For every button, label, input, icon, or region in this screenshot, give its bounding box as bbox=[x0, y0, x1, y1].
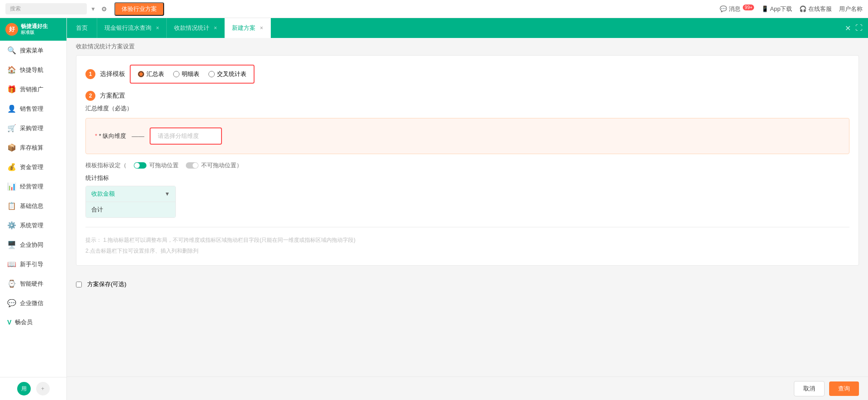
app-download-item[interactable]: 📱 App下载 bbox=[761, 5, 792, 13]
sidebar-item-finance[interactable]: 💰 资金管理 bbox=[0, 157, 66, 177]
sidebar-item-inventory[interactable]: 📦 库存核算 bbox=[0, 138, 66, 157]
tab-bank-flow[interactable]: 现金银行流水查询 × bbox=[97, 18, 167, 38]
dropdown-arrow-icon[interactable]: ▼ bbox=[90, 6, 96, 12]
radio-group-template: 汇总表 明细表 交叉统计表 bbox=[138, 70, 246, 78]
sidebar-item-sales[interactable]: 👤 销售管理 bbox=[0, 99, 66, 118]
sidebar-item-wechat[interactable]: 💬 企业微信 bbox=[0, 293, 66, 313]
sidebar-item-basic-info[interactable]: 📋 基础信息 bbox=[0, 196, 66, 216]
chevron-down-icon: ▼ bbox=[165, 191, 170, 197]
cancel-button[interactable]: 取消 bbox=[794, 381, 825, 396]
tab-close-receipt-stats[interactable]: × bbox=[214, 25, 217, 31]
radio-detail-input[interactable] bbox=[173, 71, 179, 77]
hint-2: 2.点击标题栏下拉可设置排序、插入列和删除列 bbox=[85, 245, 849, 256]
draggable-toggle-switch[interactable] bbox=[134, 162, 146, 169]
sidebar-item-marketing[interactable]: 🎁 营销推广 bbox=[0, 80, 66, 99]
sidebar-item-purchase[interactable]: 🛒 采购管理 bbox=[0, 118, 66, 138]
required-mark: * bbox=[95, 132, 99, 139]
radio-detail[interactable]: 明细表 bbox=[173, 70, 199, 78]
save-section: 方案保存(可选) bbox=[67, 275, 868, 294]
non-draggable-knob bbox=[193, 163, 198, 168]
sidebar-extra-icon[interactable]: + bbox=[36, 382, 50, 395]
sidebar-item-member[interactable]: V 畅会员 bbox=[0, 313, 66, 332]
metrics-setting-label: 模板指标设定（ bbox=[85, 161, 127, 169]
settings-icon[interactable]: ⚙ bbox=[101, 5, 107, 13]
content-area: 首页 现金银行流水查询 × 收款情况统计 × 新建方案 × ✕ ⛶ 收款情况统计… bbox=[67, 18, 868, 400]
sidebar-item-system[interactable]: ⚙️ 系统管理 bbox=[0, 216, 66, 235]
stats-label: 统计指标 bbox=[85, 174, 849, 182]
hint-1: 提示： 1.拖动标题栏可以调整布局，不可跨维度或指标区域拖动栏目字段(只能在同一… bbox=[85, 235, 849, 245]
sales-icon: 👤 bbox=[7, 104, 16, 113]
sidebar-item-guide[interactable]: 📖 新手引导 bbox=[0, 254, 66, 274]
tab-bar: 首页 现金银行流水查询 × 收款情况统计 × 新建方案 × ✕ ⛶ bbox=[67, 18, 868, 38]
user-avatar[interactable]: 用 bbox=[17, 382, 31, 395]
trial-button[interactable]: 体验行业方案 bbox=[114, 2, 164, 16]
metrics-table: 收款金额 ▼ 合计 bbox=[85, 186, 176, 218]
radio-summary[interactable]: 汇总表 bbox=[138, 70, 164, 78]
step2-number: 2 bbox=[85, 91, 95, 101]
metrics-label-row: 模板指标设定（ 可拖动位置 不可拖动位置） bbox=[85, 161, 849, 169]
search-bar[interactable]: 搜索 bbox=[5, 3, 87, 14]
sidebar-item-enterprise[interactable]: 🖥️ 企业协同 bbox=[0, 235, 66, 254]
sidebar-item-search-menu[interactable]: 🔍 搜索菜单 bbox=[0, 41, 66, 60]
sidebar-item-operations[interactable]: 📊 经营管理 bbox=[0, 177, 66, 196]
save-label: 方案保存(可选) bbox=[87, 280, 127, 288]
metrics-table-header[interactable]: 收款金额 ▼ bbox=[86, 186, 175, 202]
tab-close-bank-flow[interactable]: × bbox=[156, 25, 159, 31]
tab-receipt-stats[interactable]: 收款情况统计 × bbox=[167, 18, 225, 38]
search-menu-icon: 🔍 bbox=[7, 46, 16, 55]
toggle-knob bbox=[134, 163, 140, 168]
quick-nav-icon: 🏠 bbox=[7, 66, 16, 74]
logo-sub: 标准版 bbox=[21, 29, 48, 36]
operations-icon: 📊 bbox=[7, 182, 16, 191]
tab-new-plan[interactable]: 新建方案 × bbox=[225, 18, 271, 38]
sidebar-item-quick-nav[interactable]: 🏠 快捷导航 bbox=[0, 60, 66, 80]
finance-icon: 💰 bbox=[7, 163, 16, 171]
non-draggable-toggle[interactable]: 不可拖动位置） bbox=[186, 161, 242, 169]
online-support-item[interactable]: 🎧 在线客服 bbox=[799, 5, 832, 13]
basic-info-icon: 📋 bbox=[7, 202, 16, 210]
breadcrumb: 收款情况统计方案设置 bbox=[67, 38, 868, 55]
main-layout: 好 畅捷通好生 标准版 🔍 搜索菜单 🏠 快捷导航 🎁 营销推广 👤 销售管理 … bbox=[0, 18, 868, 400]
tab-home[interactable]: 首页 bbox=[67, 18, 97, 38]
dimension-area: * * 纵向维度 —— 请选择分组维度 bbox=[85, 118, 849, 154]
message-badge: 99+ bbox=[743, 5, 754, 10]
guide-icon: 📖 bbox=[7, 260, 16, 268]
purchase-icon: 🛒 bbox=[7, 124, 16, 132]
metrics-table-row: 合计 bbox=[86, 202, 175, 217]
sidebar: 好 畅捷通好生 标准版 🔍 搜索菜单 🏠 快捷导航 🎁 营销推广 👤 销售管理 … bbox=[0, 18, 67, 400]
save-checkbox[interactable] bbox=[76, 282, 82, 287]
step1-title: 选择模板 bbox=[100, 70, 125, 78]
radio-cross[interactable]: 交叉统计表 bbox=[208, 70, 246, 78]
draggable-label: 可拖动位置 bbox=[149, 161, 179, 169]
query-button[interactable]: 查询 bbox=[829, 381, 859, 396]
step2-title: 方案配置 bbox=[100, 92, 125, 100]
draggable-toggle[interactable]: 可拖动位置 bbox=[134, 161, 179, 169]
member-icon: V bbox=[7, 319, 11, 326]
message-item[interactable]: 💬 消息 99+ bbox=[720, 5, 754, 13]
step2-header: 2 方案配置 bbox=[85, 91, 849, 101]
tab-right-controls: ✕ ⛶ bbox=[840, 18, 868, 38]
logo-text: 畅捷通好生 bbox=[21, 23, 48, 29]
non-draggable-toggle-switch[interactable] bbox=[186, 162, 198, 169]
tab-close-icon[interactable]: ✕ bbox=[845, 24, 851, 33]
tab-expand-icon[interactable]: ⛶ bbox=[855, 24, 863, 32]
user-name[interactable]: 用户名称 bbox=[839, 5, 863, 13]
metrics-section: 模板指标设定（ 可拖动位置 不可拖动位置） bbox=[85, 161, 849, 218]
dimension-select[interactable]: 请选择分组维度 bbox=[150, 127, 222, 145]
hardware-icon: ⌚ bbox=[7, 279, 16, 288]
radio-cross-input[interactable] bbox=[208, 71, 215, 77]
vertical-label: * * 纵向维度 bbox=[95, 132, 126, 140]
main-card: 1 选择模板 汇总表 明细表 bbox=[76, 55, 859, 266]
logo-text-group: 畅捷通好生 标准版 bbox=[21, 23, 48, 36]
top-header: 搜索 ▼ ⚙ 体验行业方案 💬 消息 99+ 📱 App下载 🎧 在线客服 用户… bbox=[0, 0, 868, 18]
sidebar-item-hardware[interactable]: ⌚ 智能硬件 bbox=[0, 274, 66, 293]
tab-close-new-plan[interactable]: × bbox=[260, 25, 263, 31]
enterprise-icon: 🖥️ bbox=[7, 240, 16, 249]
sidebar-logo: 好 畅捷通好生 标准版 bbox=[0, 18, 66, 41]
footer-bar: 取消 查询 bbox=[67, 376, 868, 400]
inventory-icon: 📦 bbox=[7, 143, 16, 152]
step1-number: 1 bbox=[85, 69, 95, 79]
template-selection-box: 汇总表 明细表 交叉统计表 bbox=[130, 65, 255, 84]
logo-icon: 好 bbox=[5, 23, 18, 36]
radio-summary-input[interactable] bbox=[138, 71, 144, 77]
